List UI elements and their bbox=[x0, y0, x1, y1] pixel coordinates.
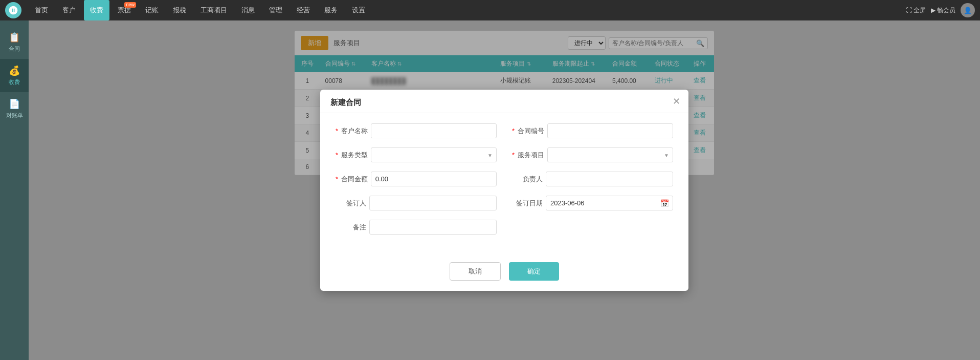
customer-name-input[interactable] bbox=[371, 123, 497, 138]
content-area: 新增 服务项目 进行中 已完成 已终止 🔍 bbox=[29, 20, 980, 360]
required-star: * bbox=[336, 151, 338, 159]
field-service-item: * 服务项目 ▼ bbox=[512, 147, 673, 162]
field-amount: * 合同金额 bbox=[336, 172, 497, 186]
nav-settings[interactable]: 设置 bbox=[346, 0, 371, 20]
amount-input[interactable] bbox=[371, 172, 497, 186]
nav-customer[interactable]: 客户 bbox=[56, 0, 82, 20]
nav-business[interactable]: 工商项目 bbox=[194, 0, 233, 20]
nav-invoice[interactable]: 票据 new bbox=[112, 0, 137, 20]
fullscreen-icon: ⛶ bbox=[906, 7, 912, 14]
contract-no-label: * 合同编号 bbox=[512, 126, 544, 136]
service-item-select-wrap: ▼ bbox=[547, 147, 673, 162]
sidebar-item-statement[interactable]: 📄 对账单 bbox=[0, 92, 29, 125]
form-row-5: 备注 bbox=[336, 220, 673, 235]
form-row-2: * 服务类型 ▼ * bbox=[336, 147, 673, 162]
modal-footer: 取消 确定 bbox=[320, 254, 688, 291]
logo bbox=[5, 2, 21, 18]
nav-management[interactable]: 管理 bbox=[263, 0, 288, 20]
sidebar: 📋 合同 💰 收费 📄 对账单 bbox=[0, 20, 29, 360]
modal-header: 新建合同 bbox=[320, 90, 688, 113]
form-row-1: * 客户名称 * 合同编号 bbox=[336, 123, 673, 138]
main-layout: 📋 合同 💰 收费 📄 对账单 新增 服务项目 进行中 已完成 已终止 bbox=[0, 20, 980, 360]
new-badge: new bbox=[124, 2, 136, 8]
play-icon: ▶ bbox=[931, 7, 936, 14]
fullscreen-button[interactable]: ⛶ 全屏 bbox=[906, 6, 926, 15]
top-nav: 首页 客户 收费 票据 new 记账 报税 工商项目 消息 管理 经营 服务 设… bbox=[0, 0, 980, 20]
required-star: * bbox=[512, 127, 515, 135]
sign-date-label: 签订日期 bbox=[512, 199, 543, 208]
modal-body: * 客户名称 * 合同编号 bbox=[320, 113, 688, 254]
service-type-select[interactable] bbox=[371, 147, 497, 162]
field-person-in-charge: 负责人 bbox=[512, 172, 673, 186]
required-star: * bbox=[336, 175, 338, 183]
service-type-label: * 服务类型 bbox=[336, 151, 368, 160]
sidebar-item-billing[interactable]: 💰 收费 bbox=[0, 59, 29, 92]
member-button[interactable]: ▶ 畅会员 bbox=[931, 6, 955, 15]
nav-messages[interactable]: 消息 bbox=[235, 0, 261, 20]
sidebar-item-contract[interactable]: 📋 合同 bbox=[0, 26, 29, 59]
nav-services[interactable]: 服务 bbox=[318, 0, 344, 20]
contract-icon: 📋 bbox=[9, 32, 20, 43]
signer-label: 签订人 bbox=[336, 199, 366, 208]
contract-no-input[interactable] bbox=[547, 123, 673, 138]
nav-operations[interactable]: 经营 bbox=[291, 0, 316, 20]
service-item-label: * 服务项目 bbox=[512, 151, 544, 160]
nav-billing[interactable]: 收费 bbox=[84, 0, 109, 20]
field-contract-no: * 合同编号 bbox=[512, 123, 673, 138]
statement-icon: 📄 bbox=[9, 98, 20, 110]
person-in-charge-input[interactable] bbox=[546, 172, 673, 186]
nav-tax[interactable]: 报税 bbox=[167, 0, 192, 20]
amount-label: * 合同金额 bbox=[336, 175, 368, 184]
nav-home[interactable]: 首页 bbox=[29, 0, 54, 20]
required-star: * bbox=[512, 151, 515, 159]
signer-input[interactable] bbox=[369, 196, 497, 210]
modal-close-button[interactable]: ✕ bbox=[673, 96, 680, 107]
remarks-label: 备注 bbox=[336, 223, 366, 232]
service-item-select[interactable] bbox=[547, 147, 673, 162]
form-row-4: 签订人 签订日期 📅 bbox=[336, 196, 673, 210]
field-signer: 签订人 bbox=[336, 196, 497, 210]
avatar[interactable]: 👤 bbox=[961, 3, 975, 17]
billing-icon: 💰 bbox=[9, 65, 20, 76]
confirm-button[interactable]: 确定 bbox=[509, 262, 559, 281]
modal-overlay[interactable]: 新建合同 ✕ * 客户名称 bbox=[29, 20, 980, 360]
remarks-input[interactable] bbox=[369, 220, 497, 235]
field-service-type: * 服务类型 ▼ bbox=[336, 147, 497, 162]
form-row-3: * 合同金额 负责人 bbox=[336, 172, 673, 186]
customer-name-label: * 客户名称 bbox=[336, 126, 368, 136]
field-remarks: 备注 bbox=[336, 220, 497, 235]
calendar-icon[interactable]: 📅 bbox=[660, 199, 669, 207]
cancel-button[interactable]: 取消 bbox=[450, 262, 501, 281]
required-star: * bbox=[336, 127, 338, 135]
new-contract-modal: 新建合同 ✕ * 客户名称 bbox=[320, 90, 688, 291]
field-sign-date: 签订日期 📅 bbox=[512, 196, 673, 210]
modal-title: 新建合同 bbox=[330, 98, 361, 107]
person-in-charge-label: 负责人 bbox=[512, 175, 543, 184]
sign-date-input-wrap: 📅 bbox=[546, 196, 673, 210]
nav-right: ⛶ 全屏 ▶ 畅会员 👤 bbox=[906, 3, 975, 17]
sign-date-input[interactable] bbox=[546, 196, 673, 210]
service-type-select-wrap: ▼ bbox=[371, 147, 497, 162]
field-customer-name: * 客户名称 bbox=[336, 123, 497, 138]
nav-bookkeeping[interactable]: 记账 bbox=[139, 0, 165, 20]
